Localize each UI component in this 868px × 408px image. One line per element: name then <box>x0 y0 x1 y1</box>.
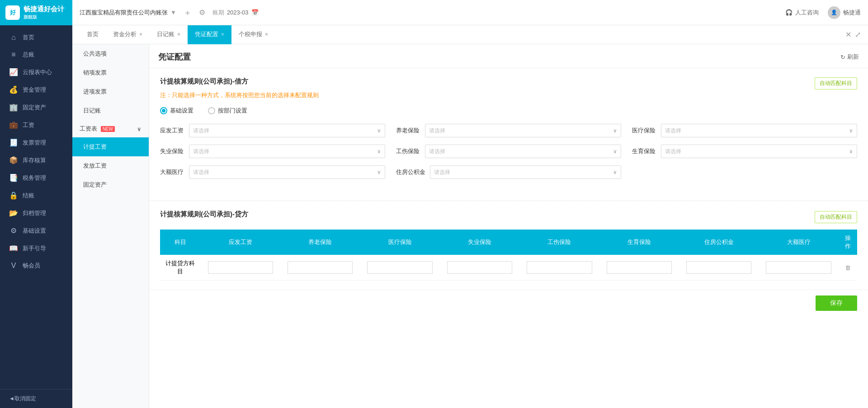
left-menu-sales-label: 销项发票 <box>83 69 107 76</box>
select-yiliao[interactable]: 请选择 ∨ <box>661 124 857 137</box>
member-icon: V <box>9 262 18 270</box>
sidebar-item-assets[interactable]: 🏢 固定资产 <box>0 98 72 116</box>
select-arrow-icon: ∨ <box>613 148 617 155</box>
tab-home-label: 首页 <box>87 30 99 38</box>
tab-journal-close-icon[interactable]: × <box>177 31 180 38</box>
input-shiye[interactable] <box>447 261 512 274</box>
tab-finance-close-icon[interactable]: × <box>139 31 142 38</box>
add-account-button[interactable]: ＋ <box>182 7 193 18</box>
select-shengyu[interactable]: 请选择 ∨ <box>661 145 857 158</box>
app-edition: 旗舰版 <box>24 14 64 20</box>
company-selector[interactable]: 江西服宝精品有限责任公司内账张 ▼ <box>80 9 176 17</box>
sidebar-item-finance[interactable]: 💰 资金管理 <box>0 81 72 98</box>
sidebar-item-member[interactable]: V 畅会员 <box>0 257 72 274</box>
tab-tax-close-icon[interactable]: × <box>265 31 268 38</box>
input-shengyu[interactable] <box>607 261 672 274</box>
select-yanglao[interactable]: 请选择 ∨ <box>425 124 621 137</box>
calendar-icon[interactable]: 📅 <box>251 9 259 16</box>
debit-section: 计提核算规则(公司承担)-借方 注：只能选择一种方式，系统将按照您当前的选择来配… <box>149 68 868 192</box>
sidebar-item-inventory[interactable]: 📦 库存核算 <box>0 151 72 169</box>
delete-icon[interactable]: 🗑 <box>845 264 851 271</box>
page-title: 凭证配置 <box>158 52 191 62</box>
cell-yanglao[interactable] <box>280 255 360 281</box>
label-shengyu: 生育保险 <box>632 147 656 155</box>
consult-button[interactable]: 🎧 人工咨询 <box>785 9 819 17</box>
left-menu-payroll-table[interactable]: 工资表 NEW ∨ <box>72 120 149 137</box>
input-yingfa[interactable] <box>208 261 273 274</box>
sidebar-item-tax[interactable]: 📑 税务管理 <box>0 169 72 187</box>
left-menu-payroll-pay[interactable]: 发放工资 <box>72 156 149 175</box>
credit-section-title: 计提核算规则(公司承担)-贷方 <box>160 210 248 219</box>
form-item-gongshang: 工伤保险 请选择 ∨ <box>396 145 621 158</box>
sidebar-item-label: 总账 <box>23 51 34 59</box>
settings-button[interactable]: ⚙ <box>199 8 205 17</box>
save-button[interactable]: 保存 <box>816 295 857 311</box>
content-area: 公共选项 销项发票 进项发票 日记账 工资表 NEW ∨ 计提工资 <box>72 44 868 408</box>
left-menu-payroll-accrual[interactable]: 计提工资 <box>72 137 149 156</box>
left-menu-journal[interactable]: 日记账 <box>72 101 149 120</box>
select-gongshang[interactable]: 请选择 ∨ <box>425 145 621 158</box>
radio-basic[interactable]: 基础设置 <box>160 107 193 115</box>
sidebar-item-close[interactable]: 🔒 结账 <box>0 187 72 204</box>
left-menu-assets-label: 固定资产 <box>83 181 107 188</box>
tab-home[interactable]: 首页 <box>80 25 106 44</box>
label-zhufang: 住房公积金 <box>396 168 425 176</box>
left-menu-fixed-assets[interactable]: 固定资产 <box>72 175 149 194</box>
col-header-kemu: 科目 <box>160 230 201 255</box>
consult-label: 人工咨询 <box>795 9 819 17</box>
debit-auto-match-button[interactable]: 自动匹配科目 <box>815 77 857 89</box>
tab-tax-report[interactable]: 个税申报 × <box>231 25 275 44</box>
cell-gongshang[interactable] <box>519 255 599 281</box>
left-menu-public[interactable]: 公共选项 <box>72 44 149 63</box>
sidebar-item-salary[interactable]: 💼 工资 <box>0 116 72 134</box>
tab-close-all-icon[interactable]: ✕ <box>845 30 851 39</box>
sidebar-item-archive[interactable]: 📂 归档管理 <box>0 204 72 222</box>
sidebar-item-invoice[interactable]: 🧾 发票管理 <box>0 134 72 151</box>
sidebar-item-guide[interactable]: 📖 新手引导 <box>0 239 72 257</box>
left-menu-sales-invoice[interactable]: 销项发票 <box>72 63 149 82</box>
select-dae[interactable]: 请选择 ∨ <box>189 165 385 179</box>
sidebar-item-reports[interactable]: 📈 云报表中心 <box>0 63 72 81</box>
tab-tax-report-label: 个税申报 <box>239 30 262 38</box>
input-dae[interactable] <box>766 261 831 274</box>
sidebar-item-label: 发票管理 <box>23 139 46 147</box>
select-yingfa[interactable]: 请选择 ∨ <box>189 124 385 137</box>
input-gongshang[interactable] <box>527 261 592 274</box>
sidebar-item-label: 归档管理 <box>23 209 46 217</box>
cell-yiliao[interactable] <box>360 255 439 281</box>
credit-auto-match-button[interactable]: 自动匹配科目 <box>815 211 857 223</box>
input-yiliao[interactable] <box>367 261 432 274</box>
cell-shengyu[interactable] <box>599 255 679 281</box>
radio-dept-circle <box>208 107 215 114</box>
sidebar-item-ledger[interactable]: ≡ 总账 <box>0 46 72 63</box>
select-zhufang[interactable]: 请选择 ∨ <box>430 165 621 179</box>
tab-expand-icon[interactable]: ⤢ <box>855 30 861 39</box>
tab-voucher-close-icon[interactable]: × <box>221 31 224 38</box>
left-menu-purchase-label: 进项发票 <box>83 88 107 95</box>
sidebar-item-settings[interactable]: ⚙ 基础设置 <box>0 222 72 239</box>
input-zhufang[interactable] <box>686 261 751 274</box>
tab-voucher-config[interactable]: 凭证配置 × <box>188 25 231 44</box>
tab-finance[interactable]: 资金分析 × <box>106 25 150 44</box>
cell-shiye[interactable] <box>440 255 519 281</box>
refresh-button[interactable]: ↻ 刷新 <box>840 53 859 61</box>
cell-zhufang[interactable] <box>679 255 759 281</box>
tabs-bar: 首页 资金分析 × 日记账 × 凭证配置 × 个税申报 × ✕ ⤢ <box>72 25 868 44</box>
cell-dae[interactable] <box>759 255 838 281</box>
cell-yingfa[interactable] <box>201 255 280 281</box>
user-menu[interactable]: 👤 畅捷通 <box>828 6 861 19</box>
assets-icon: 🏢 <box>9 103 18 112</box>
select-arrow-icon: ∨ <box>849 148 853 155</box>
left-menu-purchase-invoice[interactable]: 进项发票 <box>72 82 149 101</box>
tab-journal[interactable]: 日记账 × <box>150 25 188 44</box>
input-yanglao[interactable] <box>288 261 353 274</box>
label-gongshang: 工伤保险 <box>396 147 420 155</box>
col-header-gongshang: 工伤保险 <box>519 230 599 255</box>
main-area: 江西服宝精品有限责任公司内账张 ▼ ＋ ⚙ 账期 2023-03 📅 🎧 人工咨… <box>72 0 868 408</box>
select-shiye[interactable]: 请选择 ∨ <box>189 145 385 158</box>
cell-action[interactable]: 🗑 <box>839 255 857 281</box>
select-arrow-icon: ∨ <box>377 148 381 155</box>
cancel-fix-button[interactable]: ◄取消固定 <box>0 389 72 408</box>
radio-dept[interactable]: 按部门设置 <box>208 107 247 115</box>
sidebar-item-home[interactable]: ⌂ 首页 <box>0 29 72 46</box>
